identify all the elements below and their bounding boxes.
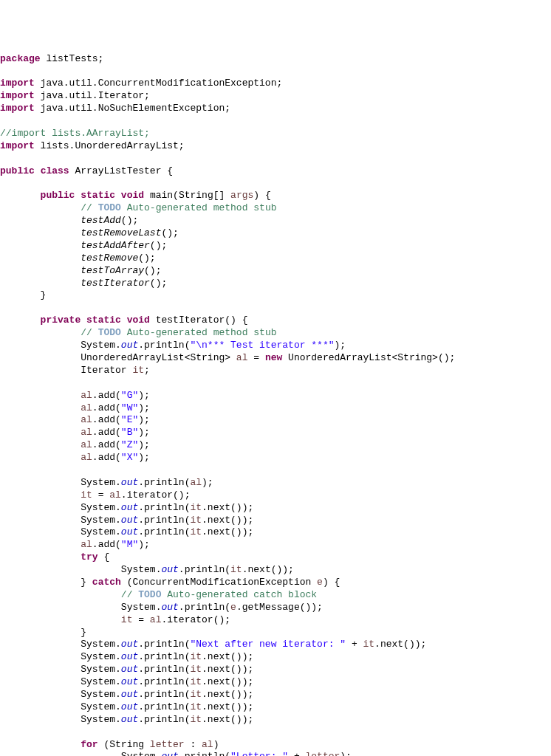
add-open: .add(	[92, 390, 121, 401]
ual-ctor: UnorderedArrayList<String>();	[282, 352, 455, 363]
keyword-public: public	[0, 165, 35, 176]
next-call: .next());	[242, 564, 294, 575]
system: System.	[121, 602, 162, 613]
import-4: lists.UnorderedArrayList;	[35, 140, 185, 151]
var-al: al	[81, 439, 92, 450]
next-call: .next());	[202, 651, 253, 662]
out-field: out	[121, 477, 138, 488]
close-brace: }	[81, 577, 86, 588]
keyword-private: private	[41, 315, 81, 326]
keyword-import: import	[0, 78, 35, 89]
keyword-void: void	[127, 315, 150, 326]
system: System.	[81, 676, 121, 687]
class-name: ArrayListTester {	[69, 165, 173, 176]
iterator-call: .iterator();	[161, 614, 230, 625]
out-field: out	[121, 515, 138, 526]
var-it: it	[363, 639, 375, 650]
code-block: package listTests; import java.util.Conc…	[0, 53, 551, 756]
ual-type: UnorderedArrayList<String>	[81, 352, 236, 363]
println: .println(	[138, 689, 190, 700]
call-suffix: ();	[150, 240, 167, 251]
var-al: al	[190, 477, 202, 488]
var-it: it	[190, 515, 202, 526]
getmessage: .getMessage());	[236, 602, 323, 613]
out-field: out	[121, 651, 138, 662]
keyword-static: static	[81, 190, 115, 201]
out-field: out	[161, 751, 178, 756]
var-it: it	[190, 714, 202, 725]
println: .println(	[138, 664, 190, 675]
keyword-class: class	[41, 165, 69, 176]
out-field: out	[121, 714, 138, 725]
var-it: it	[190, 526, 202, 537]
system: System.	[81, 639, 121, 650]
str-G: "G"	[121, 390, 138, 401]
var-it: it	[190, 701, 202, 712]
str-B: "B"	[121, 427, 138, 438]
end: );	[138, 439, 150, 450]
plus: +	[288, 751, 305, 756]
end: );	[340, 751, 352, 756]
try-open: {	[98, 551, 110, 563]
system: System.	[81, 477, 121, 488]
out-field: out	[121, 701, 138, 712]
import-1: java.util.ConcurrentModificationExceptio…	[35, 78, 282, 89]
catch-sig: (ConcurrentModificationException	[121, 577, 317, 588]
keyword-new: new	[265, 352, 282, 363]
todo-word: TODO	[98, 327, 121, 338]
call-testIterator: testIterator	[81, 278, 150, 289]
str-Z: "Z"	[121, 439, 138, 450]
println: .println(	[138, 714, 190, 725]
catch-sig-end: ) {	[323, 577, 340, 588]
println: .println(	[138, 502, 190, 513]
end: );	[202, 477, 213, 488]
system: System.	[81, 502, 121, 513]
next-call: .next());	[202, 689, 253, 700]
import-3: java.util.NoSuchElementException;	[35, 103, 230, 114]
keyword-for: for	[81, 739, 97, 750]
str-W: "W"	[121, 402, 138, 413]
comment-import: //import lists.AArrayList;	[0, 128, 150, 139]
add-open: .add(	[92, 439, 121, 450]
todo-suffix: Auto-generated method stub	[121, 327, 277, 338]
end: );	[138, 427, 150, 438]
var-letter: letter	[150, 739, 185, 750]
add-open: .add(	[92, 452, 121, 463]
out-field: out	[121, 340, 138, 351]
println: .println(	[179, 564, 230, 575]
system: System.	[81, 515, 121, 526]
println: .println(	[138, 526, 190, 537]
str-letter: "Letter: "	[230, 751, 288, 756]
println: .println(	[138, 701, 190, 712]
system: System.	[81, 664, 121, 675]
next-call: .next());	[202, 526, 253, 537]
call-suffix: ();	[150, 278, 167, 289]
for-sig2: :	[185, 739, 202, 750]
add-open: .add(	[92, 414, 121, 425]
next-call: .next());	[202, 664, 253, 675]
var-al: al	[109, 489, 121, 501]
next-call: .next());	[202, 502, 253, 513]
todo-catch: Auto-generated catch block	[161, 589, 317, 600]
println: .println(	[179, 751, 230, 756]
str-M: "M"	[121, 539, 138, 550]
var-al: al	[202, 739, 213, 750]
var-al: al	[81, 414, 92, 425]
system: System.	[121, 751, 162, 756]
eq: =	[92, 489, 109, 501]
call-testRemove: testRemove	[81, 252, 138, 264]
var-it: it	[230, 564, 242, 575]
todo-prefix: //	[81, 327, 97, 338]
call-suffix: ();	[161, 227, 178, 238]
println: .println(	[138, 639, 190, 650]
system: System.	[81, 689, 121, 700]
next-call: .next());	[202, 676, 253, 687]
main-sig-end: ) {	[253, 190, 270, 201]
end: );	[138, 452, 150, 463]
println: .println(	[138, 676, 190, 687]
next-call: .next());	[202, 515, 253, 526]
out-field: out	[161, 564, 178, 575]
end: );	[138, 414, 150, 425]
close-brace: }	[41, 289, 47, 300]
var-letter: letter	[305, 751, 340, 756]
